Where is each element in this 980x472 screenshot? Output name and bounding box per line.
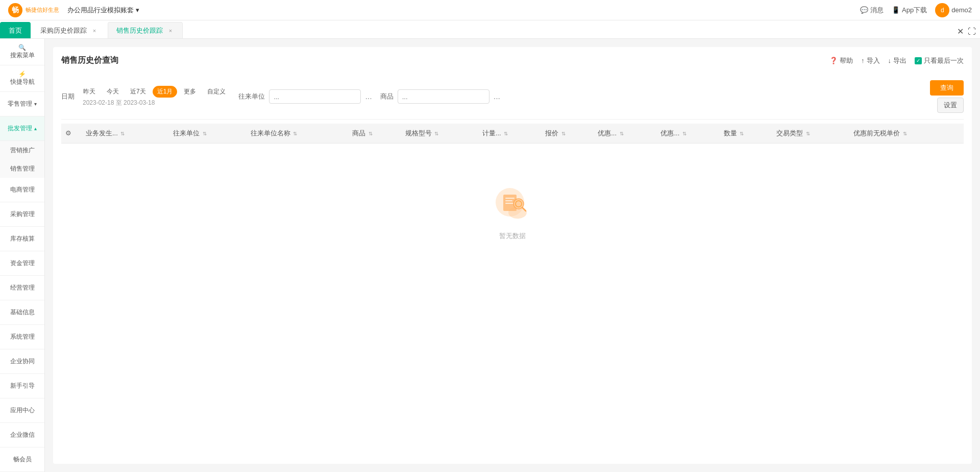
sidebar-item-ops[interactable]: 经营管理 [0,276,44,300]
date-btn-custom[interactable]: 自定义 [203,86,230,98]
sort-icon-biz-date: ⇅ [120,131,125,136]
sort-icon-partner-name: ⇅ [293,131,297,136]
col-unit[interactable]: 计量... ⇅ [478,124,541,143]
close-tab-action[interactable]: ✕ [957,27,964,36]
tab-bar-actions: ✕ ⛶ [957,27,980,38]
sort-icon-spec: ⇅ [434,131,438,136]
col-spec[interactable]: 规格型号 ⇅ [401,124,478,143]
date-options-row: 昨天 今天 近7天 近1月 更多 自定义 [79,86,230,98]
tab-home-label: 首页 [9,26,22,35]
sidebar-item-app-center[interactable]: 应用中心 [0,398,44,423]
search-icon: 🔍 [18,44,26,51]
sidebar-item-ecommerce[interactable]: 电商管理 [0,178,44,202]
help-icon: ❓ [829,57,838,64]
logo-area: 畅 畅捷信好生意 [8,3,59,17]
filter-settings-button[interactable]: 设置 [937,98,964,113]
sidebar-item-search-menu[interactable]: 🔍 搜索菜单 [0,39,44,65]
tab-sales-history[interactable]: 销售历史价跟踪 × [108,22,183,38]
partner-filter-input[interactable] [269,89,361,104]
export-button[interactable]: ↓ 导出 [888,56,907,65]
sidebar-item-wholesale-mgmt[interactable]: 批发管理 ▴ [0,116,44,141]
col-quantity[interactable]: 数量 ⇅ [720,124,772,143]
date-btn-more[interactable]: 更多 [179,86,201,98]
export-icon: ↓ [888,57,892,64]
date-filter-options: 昨天 今天 近7天 近1月 更多 自定义 2023-02-18 至 2023-0… [79,86,230,107]
col-biz-date[interactable]: 业务发生... ⇅ [82,124,169,143]
tab-bar: 首页 采购历史价跟踪 × 销售历史价跟踪 × ✕ ⛶ [0,20,980,39]
col-settings: ⚙ [61,124,82,143]
only-last-label: 只看最后一次 [924,56,964,65]
col-discount1[interactable]: 优惠... ⇅ [594,124,656,143]
col-product[interactable]: 商品 ⇅ [348,124,401,143]
app-selector-label: 办公用品行业模拟账套 [67,6,134,15]
date-filter-group: 日期 昨天 今天 近7天 近1月 更多 自定义 2023-02-18 至 202… [61,86,230,107]
sidebar-enterprise-wechat-label: 企业微信 [10,431,35,439]
chevron-up-icon: ▴ [34,126,37,131]
sidebar-item-sales-mgmt[interactable]: 销售管理 [0,159,44,178]
chevron-down-icon: ▾ [136,6,139,14]
only-last-checkbox[interactable]: ✓ 只看最后一次 [915,56,964,65]
date-btn-1month[interactable]: 近1月 [153,86,178,98]
sidebar-item-quick-nav[interactable]: ⚡ 快捷导航 [0,65,44,92]
sidebar-item-enterprise-collab[interactable]: 企业协同 [0,349,44,374]
sidebar-purchase-label: 采购管理 [10,210,35,219]
sidebar-item-retail-mgmt[interactable]: 零售管理 ▾ [0,92,44,116]
sidebar-quick-nav-label: 快捷导航 [10,78,35,86]
sidebar-item-enterprise-wechat[interactable]: 企业微信 [0,423,44,447]
logo-text: 畅捷信好生意 [26,7,59,13]
tab-sales-history-close[interactable]: × [167,27,174,34]
download-icon: 📱 [892,6,900,14]
col-partner-name[interactable]: 往来单位名称 ⇅ [247,124,349,143]
help-label: 帮助 [840,56,853,65]
sidebar-item-purchase[interactable]: 采购管理 [0,202,44,227]
sidebar-item-basic-info[interactable]: 基础信息 [0,300,44,325]
table-header-row: ⚙ 业务发生... ⇅ 往来单位 ⇅ 往来单位名称 ⇅ [61,124,964,143]
tab-purchase-history[interactable]: 采购历史价跟踪 × [32,22,107,38]
fullscreen-action[interactable]: ⛶ [968,27,976,36]
svg-rect-3 [505,198,514,199]
date-btn-today[interactable]: 今天 [102,86,124,98]
partner-filter-dots[interactable]: ... [365,92,372,101]
page-actions: ❓ 帮助 ↑ 导入 ↓ 导出 ✓ 只看最后一次 [829,56,964,65]
col-unit-label: 计量... [482,129,501,137]
sidebar-item-new-guide[interactable]: 新手引导 [0,374,44,398]
sort-icon-discount1: ⇅ [620,131,624,136]
sidebar-item-finance[interactable]: 资金管理 [0,251,44,276]
message-button[interactable]: 💬 消息 [860,6,884,15]
col-quote[interactable]: 报价 ⇅ [541,124,594,143]
product-filter-label: 商品 [380,92,394,101]
page-container: 销售历史价查询 ❓ 帮助 ↑ 导入 ↓ 导出 ✓ [53,47,972,464]
sidebar-item-member[interactable]: 畅会员 [0,447,44,472]
date-btn-yesterday[interactable]: 昨天 [79,86,100,98]
partner-filter-label: 往来单位 [238,92,265,101]
sidebar-item-marketing[interactable]: 营销推广 [0,141,44,159]
product-filter-input[interactable] [398,89,489,104]
app-selector[interactable]: 办公用品行业模拟账套 ▾ [63,4,143,17]
app-download-button[interactable]: 📱 App下载 [892,6,927,15]
tab-purchase-history-close[interactable]: × [91,27,98,34]
date-btn-7days[interactable]: 近7天 [126,86,151,98]
user-name: demo2 [951,6,972,14]
col-quantity-label: 数量 [724,129,737,137]
top-header: 畅 畅捷信好生意 办公用品行业模拟账套 ▾ 💬 消息 📱 App下载 d dem… [0,0,980,20]
logo-icon: 畅 [8,3,22,17]
col-partner-code[interactable]: 往来单位 ⇅ [169,124,246,143]
user-avatar: d [935,3,949,17]
col-pre-tax-price[interactable]: 优惠前无税单价 ⇅ [849,124,964,143]
table-gear-icon[interactable]: ⚙ [65,129,71,137]
col-discount2[interactable]: 优惠... ⇅ [656,124,719,143]
tab-home[interactable]: 首页 [0,22,31,38]
user-menu[interactable]: d demo2 [935,3,972,17]
sidebar-item-system[interactable]: 系统管理 [0,325,44,349]
sort-icon-pre-tax-price: ⇅ [903,131,907,136]
sidebar-item-inventory[interactable]: 库存核算 [0,227,44,251]
sidebar-member-label: 畅会员 [13,455,32,464]
message-label: 消息 [870,6,884,15]
page-title: 销售历史价查询 [61,55,118,66]
col-pre-tax-price-label: 优惠前无税单价 [853,129,900,137]
import-button[interactable]: ↑ 导入 [861,56,880,65]
help-button[interactable]: ❓ 帮助 [829,56,853,65]
search-button[interactable]: 查询 [930,80,964,96]
col-trade-type[interactable]: 交易类型 ⇅ [772,124,849,143]
product-filter-dots[interactable]: ... [494,92,500,101]
